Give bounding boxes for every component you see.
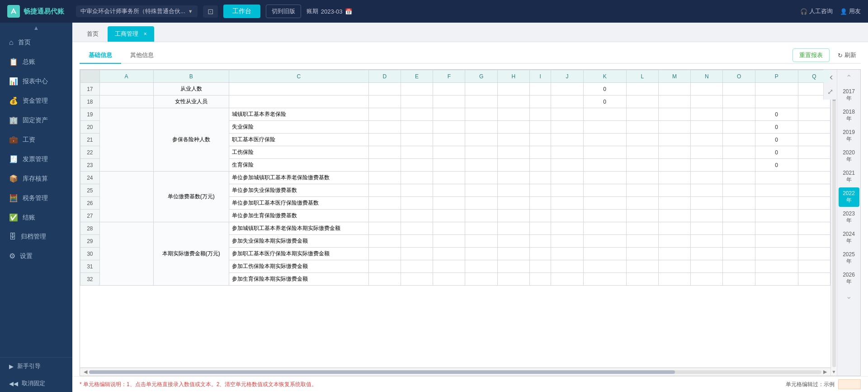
cell-26-i[interactable]: [529, 197, 551, 210]
company-selector[interactable]: 中审众环会计师事务所（特殊普通合伙... ▼: [76, 5, 198, 17]
cell-31-e[interactable]: [401, 260, 433, 273]
cell-32-i[interactable]: [529, 273, 551, 286]
cell-30-g[interactable]: [465, 248, 497, 260]
cell-25-h[interactable]: [497, 184, 529, 197]
cell-29-n[interactable]: [691, 235, 723, 248]
year-nav-down[interactable]: ⌄: [844, 290, 854, 302]
cell-30-p[interactable]: [755, 248, 798, 260]
year-item-2021[interactable]: 2021年: [839, 167, 859, 186]
cell-23-p[interactable]: 0: [755, 159, 798, 172]
cell-25-e[interactable]: [401, 184, 433, 197]
tab-close-icon[interactable]: ×: [144, 31, 147, 37]
sidebar-item-ledger[interactable]: 📋 总账: [0, 52, 72, 72]
cell-27-d[interactable]: [368, 210, 401, 222]
cell-23-f[interactable]: [433, 159, 465, 172]
cell-19-i[interactable]: [529, 108, 551, 121]
cell-27-e[interactable]: [401, 210, 433, 222]
cell-19-j[interactable]: [551, 108, 583, 121]
cell-22-d[interactable]: [368, 146, 401, 159]
cell-20-c[interactable]: 失业保险: [229, 121, 368, 134]
cell-24-j[interactable]: [551, 172, 583, 184]
cell-30-h[interactable]: [497, 248, 529, 260]
cell-30-d[interactable]: [368, 248, 401, 260]
expand-panel-button[interactable]: ⤢: [825, 86, 836, 98]
cell-22-g[interactable]: [465, 146, 497, 159]
cell-20-h[interactable]: [497, 121, 529, 134]
cell-26-c[interactable]: 单位参加职工基本医疗保险缴费基数: [229, 197, 368, 210]
cell-20-f[interactable]: [433, 121, 465, 134]
cell-19-d[interactable]: [368, 108, 401, 121]
sidebar-item-settings[interactable]: ⚙ 设置: [0, 246, 72, 266]
sidebar-item-archive[interactable]: 🗄 归档管理: [0, 227, 72, 246]
cell-21-g[interactable]: [465, 134, 497, 146]
cell-30-j[interactable]: [551, 248, 583, 260]
cell-19-b[interactable]: 参保各险种人数: [153, 108, 229, 172]
cell-30-m[interactable]: [658, 248, 690, 260]
cell-26-d[interactable]: [368, 197, 401, 210]
sidebar-item-unpin[interactable]: ◀◀ 取消固定: [0, 375, 72, 392]
cell-24-c[interactable]: 单位参加城镇职工基本养老保险缴费基数: [229, 172, 368, 184]
cell-28-i[interactable]: [529, 222, 551, 235]
cell-32-p[interactable]: [755, 273, 798, 286]
cell-27-c[interactable]: 单位参加生育保险缴费基数: [229, 210, 368, 222]
year-item-2026[interactable]: 2026年: [839, 269, 859, 288]
sub-tab-basic[interactable]: 基础信息: [80, 48, 121, 64]
cell-23-k[interactable]: [583, 159, 626, 172]
cell-26-k[interactable]: [583, 197, 626, 210]
cell-32-c[interactable]: 参加生育保险本期实际缴费金额: [229, 273, 368, 286]
cell-18-a[interactable]: [99, 96, 153, 108]
cell-27-p[interactable]: [755, 210, 798, 222]
cell-26-f[interactable]: [433, 197, 465, 210]
cell-22-l[interactable]: [626, 146, 658, 159]
cell-17-c[interactable]: [229, 83, 368, 96]
cell-25-q[interactable]: [798, 184, 830, 197]
cell-22-i[interactable]: [529, 146, 551, 159]
cell-30-l[interactable]: [626, 248, 658, 260]
cell-18-h[interactable]: [497, 96, 529, 108]
cell-23-q[interactable]: [798, 159, 830, 172]
cell-17-b[interactable]: 从业人数: [153, 83, 229, 96]
cell-19-a[interactable]: [99, 108, 153, 172]
cell-27-j[interactable]: [551, 210, 583, 222]
cell-25-p[interactable]: [755, 184, 798, 197]
cell-24-p[interactable]: [755, 172, 798, 184]
cell-17-o[interactable]: [723, 83, 755, 96]
cell-23-o[interactable]: [723, 159, 755, 172]
cell-18-o[interactable]: [723, 96, 755, 108]
cell-20-n[interactable]: [691, 121, 723, 134]
cell-24-l[interactable]: [626, 172, 658, 184]
cell-20-i[interactable]: [529, 121, 551, 134]
cell-22-f[interactable]: [433, 146, 465, 159]
user-menu[interactable]: 👤 用友: [840, 7, 861, 15]
cell-25-m[interactable]: [658, 184, 690, 197]
cell-17-i[interactable]: [529, 83, 551, 96]
cell-25-g[interactable]: [465, 184, 497, 197]
sidebar-item-invoice[interactable]: 🧾 发票管理: [0, 149, 72, 169]
cell-29-h[interactable]: [497, 235, 529, 248]
cell-24-h[interactable]: [497, 172, 529, 184]
reset-button[interactable]: 重置报表: [793, 48, 830, 62]
cell-27-f[interactable]: [433, 210, 465, 222]
cell-28-k[interactable]: [583, 222, 626, 235]
cell-23-h[interactable]: [497, 159, 529, 172]
cell-29-d[interactable]: [368, 235, 401, 248]
cell-19-n[interactable]: [691, 108, 723, 121]
horizontal-scrollbar[interactable]: ◀ ▶: [80, 368, 830, 376]
cell-23-m[interactable]: [658, 159, 690, 172]
cell-21-o[interactable]: [723, 134, 755, 146]
cell-18-j[interactable]: [551, 96, 583, 108]
cell-20-q[interactable]: [798, 121, 830, 134]
cell-18-f[interactable]: [433, 96, 465, 108]
cell-19-l[interactable]: [626, 108, 658, 121]
cell-29-m[interactable]: [658, 235, 690, 248]
cell-28-f[interactable]: [433, 222, 465, 235]
cell-29-i[interactable]: [529, 235, 551, 248]
cell-19-g[interactable]: [465, 108, 497, 121]
cell-32-e[interactable]: [401, 273, 433, 286]
cell-24-o[interactable]: [723, 172, 755, 184]
cell-30-q[interactable]: [798, 248, 830, 260]
cell-20-k[interactable]: [583, 121, 626, 134]
year-item-2020[interactable]: 2020年: [839, 147, 859, 166]
cell-32-f[interactable]: [433, 273, 465, 286]
cell-30-i[interactable]: [529, 248, 551, 260]
